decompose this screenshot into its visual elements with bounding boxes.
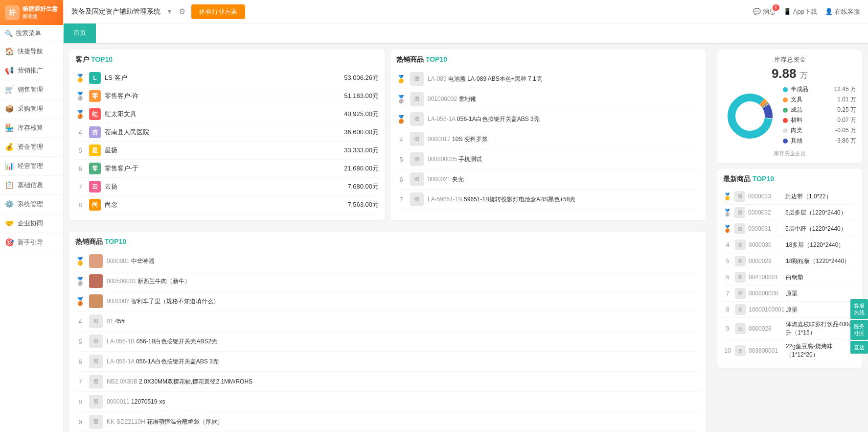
- sidebar-item-enterprise[interactable]: 🤝 企业协同: [0, 214, 63, 233]
- tab-home[interactable]: 首页: [64, 24, 96, 43]
- left-panel: 客户 TOP10 🥇 L LS 客户 53,006.26元 🥈 零 零售客户-许…: [64, 44, 711, 432]
- product-icon: 图: [735, 304, 746, 315]
- sidebar-item-guide[interactable]: 🎯 新手引导: [0, 233, 63, 252]
- legend-item-meat: 肉类 -0.05 万: [783, 126, 856, 135]
- sidebar-item-label: 营销推广: [18, 66, 43, 75]
- svg-point-6: [738, 104, 762, 128]
- sidebar-item-label: 销售管理: [18, 85, 43, 94]
- messages-button[interactable]: 💬 消息 6: [753, 7, 776, 16]
- sidebar-item-label: 资金管理: [18, 143, 43, 151]
- rank-medal: 🥇: [75, 257, 85, 266]
- product-code: 003800001: [749, 347, 783, 354]
- newest-product-row: 4 图 0000030 18多层（1220*2440）: [723, 237, 856, 253]
- hot-product-row: 5 图 LA-056-1B 056-1B白色按键开关壳ABS2壳: [75, 332, 700, 352]
- rank-num: 6: [75, 165, 85, 172]
- legend-item-other: 其他 -3.86 万: [783, 137, 856, 145]
- sidebar-item-label: 快捷导航: [18, 47, 43, 56]
- float-buttons: 客服热线 服务社区 直达: [850, 299, 868, 354]
- app-download-button[interactable]: 📱 App下载: [783, 7, 817, 16]
- sidebar-item-finance[interactable]: 💰 资金管理: [0, 138, 63, 157]
- inventory-legend: 半成品 12.45 万 文具 1.01 万 成品 0.25 万: [783, 85, 856, 147]
- sidebar-item-base[interactable]: 📋 基础信息: [0, 176, 63, 195]
- legend-item-stationery: 文具 1.01 万: [783, 96, 856, 104]
- rank-num: 5: [723, 258, 732, 264]
- customer-avatar: 红: [89, 108, 101, 120]
- product-info: 0000001 中华神器: [107, 257, 700, 265]
- newest-product-row: 9 图 0000028 体燃嘉枝味苏打饮品400毫升（1*15）: [723, 318, 856, 340]
- newest-product-row: 🥉 图 0000031 5层中纤（1220*2440）: [723, 221, 856, 237]
- rank-medal: 🥉: [723, 225, 731, 233]
- customer-row: 🥉 红 红太阳文具 40,925.00元: [75, 105, 379, 123]
- hot-product-row: 4 图 01 45#: [75, 312, 700, 332]
- rank-num: 4: [75, 129, 85, 136]
- hot-product-right-row: 🥇 图 LA-089 电池盖 LA-089 ABS本色+黑种 7.1克: [396, 69, 700, 89]
- product-icon: 图: [410, 92, 424, 106]
- product-name: 22g鱼豆腐-烧烤味（1*12*20）: [786, 342, 856, 359]
- newest-products-list: 🥇 图 0000033 封边带（1.0*22） 🥈 图 0000032 5层多层…: [723, 189, 856, 362]
- rank-num: 5: [396, 156, 406, 163]
- customer-value: 21,680.00元: [344, 164, 379, 173]
- product-code: 0000030: [749, 241, 783, 248]
- newest-product-row: 🥇 图 0000033 封边带（1.0*22）: [723, 189, 856, 205]
- sidebar-item-sales[interactable]: 🛒 销售管理: [0, 80, 63, 99]
- hot-product-row: 🥇 0000001 中华神器: [75, 251, 700, 271]
- rank-num: 8: [75, 201, 85, 209]
- rank-num: 4: [396, 136, 406, 143]
- search-menu-item[interactable]: 🔍 搜索菜单: [0, 25, 63, 42]
- product-name: 原垩: [786, 306, 856, 314]
- product-info: LA-089 电池盖 LA-089 ABS本色+黑种 7.1克: [428, 75, 700, 83]
- product-icon: 图: [735, 272, 746, 283]
- sidebar-item-quick-nav[interactable]: 🏠 快捷导航: [0, 42, 63, 61]
- sidebar-item-operations[interactable]: 📊 经营管理: [0, 157, 63, 176]
- rank-num: 8: [723, 306, 732, 313]
- product-name: 5层中纤（1220*2440）: [785, 225, 856, 233]
- product-icon: 图: [89, 415, 103, 429]
- marketing-icon: 📢: [5, 66, 14, 75]
- product-icon: 图: [735, 345, 746, 356]
- home-icon: 🏠: [5, 47, 14, 56]
- hot-product-row: 7 图 NB2.0X30B 2.0X30MM双摆花轴,摆花直径2.1MM/ROH…: [75, 372, 700, 392]
- direct-button[interactable]: 直达: [850, 341, 868, 354]
- rank-num: 5: [75, 147, 85, 154]
- main-area: 装备及固定资产辅助管理系统 ▼ ⚙ 体验行业方案 💬 消息 6 📱 App下载 …: [64, 0, 868, 432]
- trial-button[interactable]: 体验行业方案: [191, 4, 245, 19]
- title-dropdown-icon[interactable]: ▼: [166, 8, 173, 15]
- settings-icon[interactable]: ⚙: [179, 7, 185, 16]
- product-info: 0000011 12070519-xs: [107, 398, 700, 405]
- product-code: 10000100001: [749, 306, 783, 313]
- sidebar-item-system[interactable]: ⚙️ 系统管理: [0, 195, 63, 214]
- sidebar-item-purchase[interactable]: 📦 采购管理: [0, 99, 63, 119]
- sidebar-item-label: 新手引导: [18, 238, 43, 247]
- operations-icon: 📊: [5, 162, 14, 170]
- customer-service-button[interactable]: 客服热线: [850, 299, 868, 319]
- sidebar-item-label: 系统管理: [18, 200, 43, 209]
- enterprise-icon: 🤝: [5, 219, 14, 228]
- sidebar-logo: 好 畅捷通好生意 标准版: [0, 0, 63, 25]
- inventory-icon: 🏪: [5, 123, 14, 132]
- rank-medal: 🥉: [396, 115, 406, 124]
- sidebar-item-inventory[interactable]: 🏪 库存核算: [0, 119, 63, 138]
- service-community-button[interactable]: 服务社区: [850, 320, 868, 340]
- sidebar-item-marketing[interactable]: 📢 营销推广: [0, 61, 63, 80]
- rank-num: 9: [75, 418, 85, 426]
- product-name: 18颗粒板（1220*2440）: [786, 257, 856, 265]
- sidebar-item-label: 采购管理: [18, 104, 43, 113]
- customer-row: 4 杏 苍南县人民医院 36,600.00元: [75, 123, 379, 142]
- inventory-value: 9.88: [772, 66, 797, 81]
- inventory-chart: 半成品 12.45 万 文具 1.01 万 成品 0.25 万: [723, 85, 856, 147]
- hot-product-row: 8 图 0000011 12070519-xs: [75, 392, 700, 412]
- customer-list: 🥇 L LS 客户 53,006.26元 🥈 零 零售客户-许 51,183.0…: [75, 69, 379, 214]
- product-info: 0000021 夹壳: [428, 175, 700, 184]
- product-icon: 图: [89, 314, 103, 328]
- product-icon: 图: [734, 207, 745, 218]
- online-service-label: 在线客服: [835, 7, 860, 16]
- online-service-button[interactable]: 👤 在线客服: [825, 7, 860, 16]
- legend-item-finished: 成品 0.25 万: [783, 106, 856, 114]
- product-code: 000800008: [749, 290, 783, 297]
- rank-num: 8: [75, 398, 85, 406]
- page-tabs: 首页: [64, 24, 868, 44]
- hot-product-right-row: 6 图 0000021 夹壳: [396, 169, 700, 190]
- hot-products-right-title: 热销商品 TOP10: [396, 55, 700, 64]
- customer-row: 🥈 零 零售客户-许 51,183.00元: [75, 87, 379, 105]
- hot-product-right-row: 4 图 0000017 10S 变料罗浆: [396, 129, 700, 149]
